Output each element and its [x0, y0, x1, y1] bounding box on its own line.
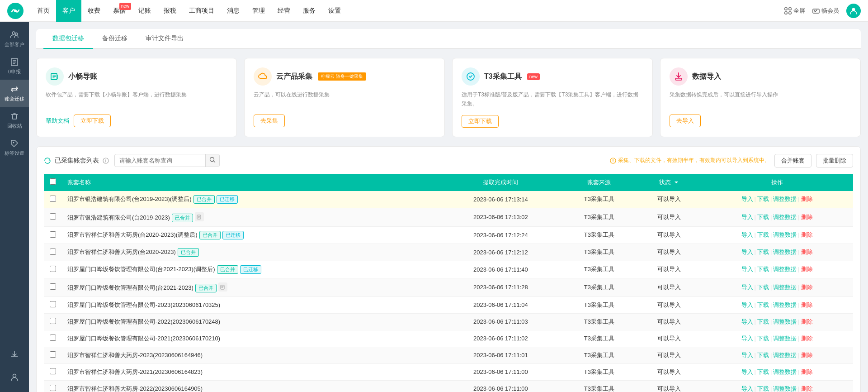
row-checkbox[interactable] [50, 351, 56, 358]
action-删除[interactable]: 删除 [801, 385, 813, 392]
sidebar-item-recycle[interactable]: 回收站 [0, 107, 29, 134]
action-删除[interactable]: 删除 [801, 284, 813, 291]
sidebar-item-tags[interactable]: 标签设置 [0, 134, 29, 161]
action-下载[interactable]: 下载 [757, 318, 769, 325]
nav-item-invoice[interactable]: 票据 new [107, 0, 132, 22]
action-调整数据[interactable]: 调整数据 [773, 335, 797, 342]
nav-item-business[interactable]: 工商项目 [183, 0, 221, 22]
row-checkbox[interactable] [50, 283, 56, 290]
action-删除[interactable]: 删除 [801, 231, 813, 238]
action-调整数据[interactable]: 调整数据 [773, 352, 797, 359]
row-checkbox[interactable] [50, 196, 56, 202]
action-下载[interactable]: 下载 [757, 266, 769, 272]
action-导入[interactable]: 导入 [741, 249, 753, 255]
merge-accounts-btn[interactable]: 合并账套 [774, 154, 811, 167]
action-调整数据[interactable]: 调整数据 [773, 301, 797, 308]
logo[interactable] [7, 3, 24, 19]
action-导入[interactable]: 导入 [741, 266, 753, 272]
action-调整数据[interactable]: 调整数据 [773, 249, 797, 255]
action-下载[interactable]: 下载 [757, 335, 769, 342]
action-导入[interactable]: 导入 [741, 301, 753, 308]
search-input[interactable] [115, 155, 205, 166]
vip-btn[interactable]: 畅会员 [812, 7, 839, 15]
nav-item-customer[interactable]: 客户 [56, 0, 81, 22]
action-删除[interactable]: 删除 [801, 335, 813, 342]
import-btn-dataimport[interactable]: 去导入 [670, 115, 701, 127]
action-调整数据[interactable]: 调整数据 [773, 196, 797, 202]
action-导入[interactable]: 导入 [741, 352, 753, 359]
avatar[interactable] [846, 4, 861, 18]
tab-data-migration[interactable]: 数据包迁移 [43, 29, 93, 49]
action-删除[interactable]: 删除 [801, 352, 813, 359]
action-导入[interactable]: 导入 [741, 284, 753, 291]
action-下载[interactable]: 下载 [757, 352, 769, 359]
nav-item-service[interactable]: 服务 [297, 0, 322, 22]
row-status: 可以导入 [637, 296, 701, 313]
action-删除[interactable]: 删除 [801, 196, 813, 202]
action-下载[interactable]: 下载 [757, 214, 769, 220]
sidebar-item-account-transfer[interactable]: 账套迁移 [0, 80, 29, 107]
batch-delete-btn[interactable]: 批量删除 [816, 154, 853, 167]
help-doc-link[interactable]: 帮助文档 [46, 117, 69, 125]
action-下载[interactable]: 下载 [757, 231, 769, 238]
action-调整数据[interactable]: 调整数据 [773, 385, 797, 392]
action-导入[interactable]: 导入 [741, 385, 753, 392]
action-调整数据[interactable]: 调整数据 [773, 214, 797, 220]
action-调整数据[interactable]: 调整数据 [773, 318, 797, 325]
row-checkbox[interactable] [50, 368, 56, 374]
action-调整数据[interactable]: 调整数据 [773, 284, 797, 291]
action-导入[interactable]: 导入 [741, 196, 753, 202]
sidebar-user[interactable] [0, 366, 29, 388]
row-checkbox[interactable] [50, 213, 56, 220]
nav-item-fee[interactable]: 收费 [81, 0, 107, 22]
nav-item-bookkeep[interactable]: 记账 [132, 0, 157, 22]
action-导入[interactable]: 导入 [741, 335, 753, 342]
action-导入[interactable]: 导入 [741, 214, 753, 220]
action-下载[interactable]: 下载 [757, 249, 769, 255]
list-title-help[interactable] [103, 158, 109, 164]
action-删除[interactable]: 删除 [801, 368, 813, 375]
search-btn[interactable] [205, 154, 219, 167]
row-checkbox[interactable] [50, 318, 56, 324]
nav-item-message[interactable]: 消息 [221, 0, 246, 22]
action-删除[interactable]: 删除 [801, 301, 813, 308]
tab-audit-export[interactable]: 审计文件导出 [137, 29, 193, 49]
action-删除[interactable]: 删除 [801, 266, 813, 272]
sidebar-item-all-customers[interactable]: 全部客户 [0, 25, 29, 53]
action-下载[interactable]: 下载 [757, 368, 769, 375]
action-下载[interactable]: 下载 [757, 284, 769, 291]
action-删除[interactable]: 删除 [801, 318, 813, 325]
row-checkbox[interactable] [50, 385, 56, 391]
row-checkbox[interactable] [50, 231, 56, 238]
collect-btn-yunproduct[interactable]: 去采集 [254, 115, 285, 127]
action-导入[interactable]: 导入 [741, 368, 753, 375]
fullscreen-btn[interactable]: 全屏 [784, 7, 805, 15]
row-account-name: 汨罗市智祥仁济和善大药房-2022(20230606164905) [62, 380, 440, 392]
row-checkbox[interactable] [50, 249, 56, 255]
nav-item-home[interactable]: 首页 [31, 0, 56, 22]
row-checkbox[interactable] [50, 266, 56, 272]
action-调整数据[interactable]: 调整数据 [773, 368, 797, 375]
action-删除[interactable]: 删除 [801, 214, 813, 220]
action-删除[interactable]: 删除 [801, 249, 813, 255]
nav-item-tax[interactable]: 报税 [157, 0, 183, 22]
row-checkbox[interactable] [50, 335, 56, 341]
download-btn-xiaochangdaozhang[interactable]: 立即下载 [74, 115, 111, 127]
action-调整数据[interactable]: 调整数据 [773, 231, 797, 238]
row-checkbox[interactable] [50, 301, 56, 307]
action-导入[interactable]: 导入 [741, 318, 753, 325]
action-下载[interactable]: 下载 [757, 301, 769, 308]
sidebar-item-zero-report[interactable]: 0申报 [0, 53, 29, 80]
nav-item-settings[interactable]: 设置 [322, 0, 347, 22]
action-下载[interactable]: 下载 [757, 196, 769, 202]
nav-item-operation[interactable]: 经营 [271, 0, 297, 22]
refresh-icon[interactable] [44, 157, 51, 164]
tab-backup-migration[interactable]: 备份迁移 [93, 29, 137, 49]
action-调整数据[interactable]: 调整数据 [773, 266, 797, 272]
download-btn-t3tool[interactable]: 立即下载 [462, 115, 499, 128]
action-导入[interactable]: 导入 [741, 231, 753, 238]
nav-item-manage[interactable]: 管理 [246, 0, 271, 22]
action-下载[interactable]: 下载 [757, 385, 769, 392]
select-all-checkbox[interactable] [50, 178, 56, 185]
sidebar-download[interactable] [0, 343, 29, 366]
